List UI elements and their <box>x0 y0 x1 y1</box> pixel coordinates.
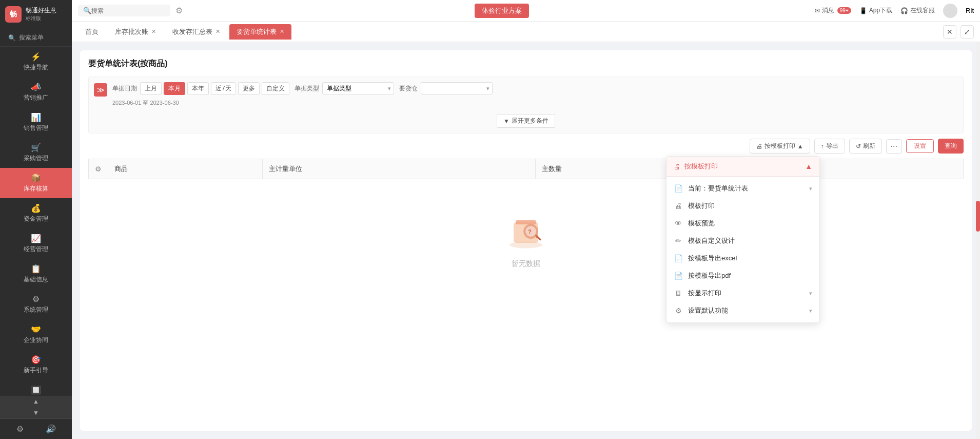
export-excel-label: 按模板导出excel <box>688 254 737 263</box>
tab-order-stats[interactable]: 要货单统计表✕ <box>229 24 291 40</box>
tab-receipt-summary[interactable]: 收发存汇总表✕ <box>165 24 227 40</box>
display-print-item[interactable]: 🖥 按显示打印 ▾ <box>667 284 819 302</box>
sidebar-bottom: ⚙ 🔊 <box>0 418 72 439</box>
query-btn[interactable]: 查询 <box>938 139 964 154</box>
template-preview-item[interactable]: 👁 模板预览 <box>667 215 819 232</box>
template-print-item[interactable]: 🖨 模板打印 <box>667 197 819 215</box>
marketing-label: 营销推广 <box>24 93 48 102</box>
col-goods: 商品 <box>108 159 263 179</box>
sidebar-item-guide[interactable]: 🎯 新手引导 <box>0 350 72 380</box>
set-default-item[interactable]: ⚙ 设置默认功能 ▾ <box>667 302 819 319</box>
sidebar-item-operation[interactable]: 📈 经营管理 <box>0 228 72 259</box>
date-filter-label: 单据日期 <box>112 84 137 93</box>
export-btn[interactable]: ↑ 导出 <box>814 139 845 154</box>
sidebar-item-sales[interactable]: 📊 销售管理 <box>0 107 72 138</box>
date-btn-1[interactable]: 本月 <box>164 82 185 95</box>
tab-batch-account[interactable]: 库存批次账✕ <box>108 24 163 40</box>
tab-expand-btn[interactable]: ⤢ <box>961 25 974 39</box>
export-pdf-item[interactable]: 📄 按模板导出pdf <box>667 267 819 284</box>
print-btn[interactable]: 🖨 按模板打印 ▲ <box>750 139 810 154</box>
template-preview-label: 模板预览 <box>688 219 715 228</box>
sidebar-scroll-down[interactable]: ▼ <box>0 407 72 418</box>
svg-rect-2 <box>516 220 536 224</box>
tab-close-btn[interactable]: ✕ <box>943 25 956 39</box>
header-right: ✉ 消息 99+ 📱 App下载 🎧 在线客服 Rit <box>815 4 974 18</box>
tab-home[interactable]: 首页 <box>78 24 106 40</box>
marketing-icon: 📣 <box>31 82 41 92</box>
refresh-btn[interactable]: ↺ 刷新 <box>849 139 882 154</box>
operation-label: 经营管理 <box>24 245 48 254</box>
expand-conditions-btn[interactable]: ▼ 展开更多条件 <box>497 114 555 128</box>
refresh-btn-icon: ↺ <box>856 143 861 150</box>
date-btn-2[interactable]: 本年 <box>187 82 209 95</box>
sidebar-item-basic-info[interactable]: 📋 基础信息 <box>0 259 72 289</box>
cargo-select[interactable] <box>421 82 493 94</box>
sidebar-item-marketing[interactable]: 📣 营销推广 <box>0 77 72 107</box>
filter-toggle-btn[interactable]: ≫ <box>94 83 107 97</box>
settings-btn[interactable]: 设置 <box>906 139 934 153</box>
tab-batch-account-close[interactable]: ✕ <box>151 28 156 35</box>
date-btn-4[interactable]: 更多 <box>238 82 260 95</box>
exp-btn[interactable]: 体验行业方案 <box>475 4 529 18</box>
template-custom-label: 模板自定义设计 <box>688 236 735 245</box>
app-center-icon: 🔲 <box>31 385 41 395</box>
finance-label: 资金管理 <box>24 215 48 223</box>
more-actions-btn[interactable]: ··· <box>886 139 902 154</box>
template-custom-item[interactable]: ✏ 模板自定义设计 <box>667 232 819 250</box>
inventory-icon: 📦 <box>31 173 41 183</box>
inventory-label: 库存核算 <box>24 184 48 193</box>
logo-text: 畅通好生意 <box>26 7 56 15</box>
tab-home-label: 首页 <box>85 27 99 36</box>
avatar[interactable] <box>943 4 957 18</box>
export-excel-item[interactable]: 📄 按模板导出excel <box>667 250 819 267</box>
table-settings-icon[interactable]: ⚙ <box>95 165 102 173</box>
online-service-label: 在线客服 <box>910 6 935 15</box>
sidebar-search[interactable]: 🔍 搜索菜单 <box>0 29 72 47</box>
sidebar-item-finance[interactable]: 💰 资金管理 <box>0 198 72 228</box>
tab-receipt-summary-close[interactable]: ✕ <box>215 28 220 35</box>
volume-icon[interactable]: 🔊 <box>46 424 56 434</box>
sidebar-scroll-up[interactable]: ▲ <box>0 396 72 407</box>
export-btn-icon: ↑ <box>821 143 824 150</box>
sidebar-item-collab[interactable]: 🤝 企业协同 <box>0 319 72 350</box>
header-search-box[interactable]: 🔍 <box>78 5 170 16</box>
sidebar-item-system[interactable]: ⚙ 系统管理 <box>0 289 72 319</box>
sidebar-item-purchase[interactable]: 🛒 采购管理 <box>0 138 72 168</box>
system-label: 系统管理 <box>24 306 48 314</box>
date-btn-0[interactable]: 上月 <box>140 82 162 95</box>
display-print-label: 按显示打印 <box>688 289 721 298</box>
guide-icon: 🎯 <box>31 355 41 365</box>
print-dropdown-collapse-icon[interactable]: ▲ <box>805 162 812 170</box>
empty-state: ? 暂无数据 <box>88 179 964 299</box>
action-bar: 🖨 按模板打印 ▲ 📄 当前：要货单统计表 <box>88 139 964 154</box>
message-btn[interactable]: ✉ 消息 99+ <box>815 6 851 15</box>
quick-nav-label: 快捷导航 <box>24 63 48 72</box>
page-content: 要货单统计表(按商品) ≫ 单据日期 上月本月本年近7天更多自定义 2023-0… <box>72 42 980 439</box>
header-gear-icon[interactable]: ⚙ <box>175 6 183 15</box>
set-default-left: ⚙ 设置默认功能 <box>674 306 728 315</box>
settings-icon[interactable]: ⚙ <box>16 424 24 434</box>
sidebar-item-app-center[interactable]: 🔲 应用中心 <box>0 380 72 396</box>
bill-type-select-wrapper: 单据类型 <box>322 82 394 94</box>
bill-type-select[interactable]: 单据类型 <box>322 82 394 94</box>
print-btn-label: 按模板打印 <box>765 142 795 150</box>
refresh-btn-label: 刷新 <box>863 142 875 150</box>
empty-illustration: ? <box>500 210 552 251</box>
message-label: 消息 <box>822 6 834 15</box>
display-print-icon: 🖥 <box>674 289 683 297</box>
sidebar-item-inventory[interactable]: 📦 库存核算 <box>0 168 72 198</box>
tab-batch-account-label: 库存批次账 <box>115 27 148 36</box>
sales-label: 销售管理 <box>24 124 48 132</box>
online-service-btn[interactable]: 🎧 在线客服 <box>900 6 935 15</box>
current-template-item[interactable]: 📄 当前：要货单统计表 ▾ <box>667 180 819 197</box>
current-template-arrow: ▾ <box>809 185 812 192</box>
guide-label: 新手引导 <box>24 366 48 375</box>
sidebar-item-quick-nav[interactable]: ⚡ 快捷导航 <box>0 47 72 77</box>
date-btn-5[interactable]: 自定义 <box>262 82 289 95</box>
app-download-btn[interactable]: 📱 App下载 <box>859 6 892 15</box>
date-btn-3[interactable]: 近7天 <box>211 82 236 95</box>
set-default-label: 设置默认功能 <box>688 306 728 315</box>
tab-order-stats-close[interactable]: ✕ <box>280 28 284 35</box>
right-scrollbar[interactable] <box>976 42 980 439</box>
search-input[interactable] <box>91 7 153 14</box>
